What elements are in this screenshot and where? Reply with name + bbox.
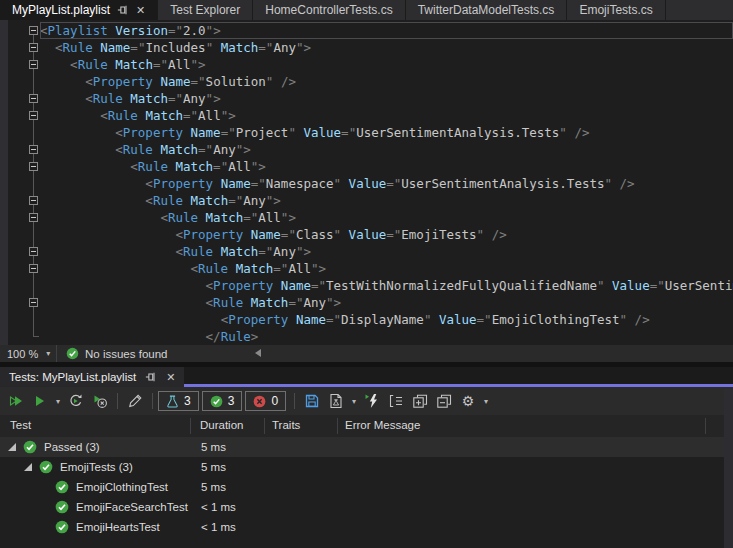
code-line[interactable]: <Rule Match="Any"> [0,243,733,260]
fold-collapse-icon[interactable] [29,145,38,154]
cancel-run-button[interactable] [88,389,112,413]
hscroll-left-arrow-icon[interactable] [255,349,261,357]
tab-myplaylist-playlist[interactable]: MyPlayList.playlist ✕ [0,0,158,20]
tab-tests-myplaylist[interactable]: Tests: MyPlayList.playlist ✕ [0,367,184,387]
fold-gutter[interactable] [0,277,40,294]
code-line[interactable]: <Rule Match="All"> [0,56,733,73]
code-line[interactable]: <Rule Match="All"> [0,209,733,226]
fold-gutter[interactable] [0,141,40,158]
code-text[interactable]: </Rule> [40,328,733,345]
fold-gutter[interactable] [0,226,40,243]
failed-tests-filter[interactable]: 0 [245,391,286,411]
fold-collapse-icon[interactable] [29,213,38,222]
fold-collapse-icon[interactable] [29,162,38,171]
xml-editor[interactable]: <Playlist Version="2.0"> <Rule Name="Inc… [0,20,733,345]
edit-playlist-button[interactable] [123,389,147,413]
code-text[interactable]: <Rule Match="All"> [40,260,733,277]
fold-collapse-icon[interactable] [29,196,38,205]
code-text[interactable]: <Property Name="Project" Value="UserSent… [40,124,733,141]
code-line[interactable]: <Rule Match="Any"> [0,294,733,311]
test-row[interactable]: Passed (3)5 ms [0,437,733,457]
fold-gutter[interactable] [0,22,40,39]
pin-icon[interactable] [117,4,129,16]
fold-gutter[interactable] [0,311,40,328]
code-line[interactable]: <Property Name="Namespace" Value="UserSe… [0,175,733,192]
tab-homecontrollertests[interactable]: HomeControllerTests.cs [253,0,405,20]
code-text[interactable]: <Rule Match="Any"> [40,294,733,311]
fold-gutter[interactable] [0,260,40,277]
run-tests-after-build-button[interactable] [360,389,384,413]
code-line[interactable]: <Rule Match="All"> [0,260,733,277]
playlist-file-dropdown[interactable]: ▾ [348,389,360,413]
fold-collapse-icon[interactable] [29,94,38,103]
expander-icon[interactable] [24,463,32,471]
code-line[interactable]: <Property Name="TestWithNormalizedFullyQ… [0,277,733,294]
fold-gutter[interactable] [0,90,40,107]
run-all-tests-button[interactable] [4,389,28,413]
code-line[interactable]: <Property Name="Solution" /> [0,73,733,90]
fold-gutter[interactable] [0,175,40,192]
collapse-all-button[interactable] [432,389,456,413]
document-health-indicator[interactable]: No issues found [66,347,167,360]
code-line[interactable]: <Playlist Version="2.0"> [0,22,733,39]
fold-collapse-icon[interactable] [29,26,38,35]
code-text[interactable]: <Rule Match="Any"> [40,192,733,209]
expander-icon[interactable] [8,443,16,451]
fold-collapse-icon[interactable] [29,43,38,52]
fold-collapse-icon[interactable] [29,247,38,256]
code-text[interactable]: <Rule Match="All"> [40,209,733,226]
passed-tests-filter[interactable]: 3 [202,391,243,411]
code-text[interactable]: <Property Name="Solution" /> [40,73,733,90]
fold-gutter[interactable] [0,158,40,175]
column-duration[interactable]: Duration [200,419,243,431]
settings-button[interactable]: ⚙ [456,389,480,413]
group-by-button[interactable] [384,389,408,413]
vertical-scrollbar[interactable] [724,389,733,548]
fold-gutter[interactable] [0,328,40,345]
code-area[interactable]: <Playlist Version="2.0"> <Rule Name="Inc… [0,22,733,345]
code-line[interactable]: <Rule Match="Any"> [0,90,733,107]
close-icon[interactable]: ✕ [136,5,145,16]
save-playlist-button[interactable] [300,389,324,413]
fold-collapse-icon[interactable] [29,111,38,120]
settings-dropdown[interactable]: ▾ [480,389,492,413]
code-text[interactable]: <Property Name="Namespace" Value="UserSe… [40,175,733,192]
code-text[interactable]: <Playlist Version="2.0"> [40,22,733,39]
fold-gutter[interactable] [0,209,40,226]
fold-gutter[interactable] [0,73,40,90]
test-row[interactable]: EmojiHeartsTest< 1 ms [0,517,733,537]
code-text[interactable]: <Property Name="Class" Value="EmojiTests… [40,226,733,243]
column-divider[interactable] [190,418,191,434]
close-icon[interactable]: ✕ [166,371,175,384]
code-line[interactable]: <Rule Match="All"> [0,107,733,124]
playlist-file-button[interactable] [324,389,348,413]
column-divider[interactable] [264,418,265,434]
total-tests-filter[interactable]: 3 [158,391,199,411]
pin-icon[interactable] [145,371,157,383]
fold-gutter[interactable] [0,294,40,311]
code-line[interactable]: <Rule Match="Any"> [0,192,733,209]
fold-gutter[interactable] [0,39,40,56]
code-line[interactable]: <Property Name="Class" Value="EmojiTests… [0,226,733,243]
code-text[interactable]: <Rule Match="All"> [40,158,733,175]
column-test[interactable]: Test [10,419,31,431]
code-line[interactable]: <Rule Match="All"> [0,158,733,175]
code-line[interactable]: <Rule Name="Includes" Match="Any"> [0,39,733,56]
code-text[interactable]: <Rule Match="All"> [40,56,733,73]
fold-gutter[interactable] [0,107,40,124]
fold-collapse-icon[interactable] [29,60,38,69]
column-divider[interactable] [337,418,338,434]
code-line[interactable]: <Property Name="Project" Value="UserSent… [0,124,733,141]
tab-twitterdatamodeltests[interactable]: TwitterDataModelTests.cs [406,0,568,20]
test-row[interactable]: EmojiFaceSearchTest< 1 ms [0,497,733,517]
fold-gutter[interactable] [0,56,40,73]
fold-collapse-icon[interactable] [29,264,38,273]
fold-gutter[interactable] [0,243,40,260]
code-text[interactable]: <Rule Match="Any"> [40,90,733,107]
code-text[interactable]: <Property Name="DisplayName" Value="Emoj… [40,311,733,328]
tab-test-explorer[interactable]: Test Explorer [158,0,253,20]
expand-all-button[interactable] [408,389,432,413]
column-divider[interactable] [705,418,706,434]
code-text[interactable]: <Rule Match="Any"> [40,243,733,260]
column-error-message[interactable]: Error Message [345,419,420,431]
